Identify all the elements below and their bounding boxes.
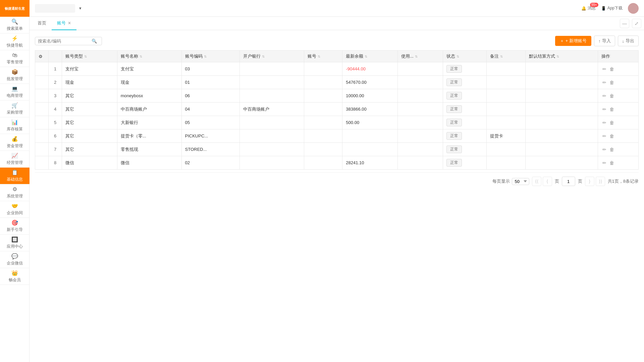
th-name[interactable]: 账号名称 ⇅ — [117, 51, 181, 62]
export-button[interactable]: ↓ 导出 — [618, 36, 639, 46]
tab-close-button[interactable]: ✕ — [68, 21, 71, 25]
row-action: ✏ 🗑 — [598, 89, 638, 103]
sidebar: 畅捷通财生意 🔍 搜索菜单 ⚡ 快捷导航 🛍 零售管理 📦 批发管理 💻 电商管… — [0, 0, 30, 362]
th-type[interactable]: 账号类型 ⇅ — [62, 51, 117, 62]
row-gear — [35, 103, 49, 116]
sidebar-item-enterprise[interactable]: 🤝 企业协同 — [0, 201, 30, 218]
app-download-button[interactable]: 📱 App下载 — [601, 5, 623, 11]
page-last-button[interactable]: ⟩⟩ — [596, 177, 605, 186]
th-balance[interactable]: 最新余额 ⇅ — [342, 51, 398, 62]
row-name: 提货卡（零... — [117, 129, 181, 143]
page-first-button[interactable]: ⟨⟨ — [532, 177, 541, 186]
th-remark[interactable]: 备注 ⇅ — [487, 51, 526, 62]
message-button[interactable]: 🔔 消息 99+ — [581, 5, 596, 11]
row-type: 支付宝 — [62, 62, 117, 76]
sidebar-item-operation[interactable]: 📈 经营管理 — [0, 151, 30, 168]
table-row: 3 其它 moneybosx 06 10000.00 正常 ✏ 🗑 — [35, 89, 639, 103]
delete-button[interactable]: 🗑 — [609, 160, 614, 166]
add-account-button[interactable]: ＋ + 新增账号 — [555, 36, 591, 46]
row-index: 6 — [49, 129, 62, 143]
sidebar-item-shortcut[interactable]: ⚡ 快捷导航 — [0, 34, 30, 50]
edit-button[interactable]: ✏ — [602, 160, 606, 166]
page-nav: ⟨⟨ ⟨ 页 页 ⟩ ⟩⟩ — [532, 177, 605, 186]
sidebar-item-purchase[interactable]: 🛒 采购管理 — [0, 101, 30, 117]
th-code[interactable]: 账号编码 ⇅ — [181, 51, 240, 62]
edit-button[interactable]: ✏ — [602, 133, 606, 139]
delete-button[interactable]: 🗑 — [609, 120, 614, 125]
th-account[interactable]: 账号 ⇅ — [304, 51, 342, 62]
delete-button[interactable]: 🗑 — [609, 107, 614, 112]
sidebar-item-basic[interactable]: 📋 基础信息 — [0, 168, 30, 184]
row-default — [526, 103, 598, 116]
tab-home[interactable]: 首页 — [32, 17, 52, 30]
sidebar-item-member[interactable]: 👑 畅会员 — [0, 268, 30, 285]
row-index: 3 — [49, 89, 62, 103]
search-icon[interactable]: 🔍 — [92, 39, 97, 44]
sort-icon: ⇅ — [415, 55, 418, 58]
top-search-input[interactable] — [35, 4, 75, 13]
row-remark — [487, 156, 526, 170]
row-type: 其它 — [62, 129, 117, 143]
sidebar-item-wechat[interactable]: 💬 企业微信 — [0, 251, 30, 268]
sidebar-item-label: 系统管理 — [7, 193, 23, 199]
tab-maximize-button[interactable]: ⤢ — [632, 19, 641, 28]
page-next-button[interactable]: ⟩ — [585, 177, 594, 186]
sidebar-item-wholesale[interactable]: 📦 批发管理 — [0, 67, 30, 84]
th-default[interactable]: 默认结算方式 ⇅ — [526, 51, 598, 62]
tab-minimize-button[interactable]: — — [620, 19, 629, 28]
header-left: ▾ — [35, 4, 82, 13]
delete-button[interactable]: 🗑 — [609, 80, 614, 85]
page-input[interactable] — [562, 177, 575, 186]
app-logo: 畅捷通财生意 — [0, 0, 30, 17]
tab-account[interactable]: 账号 ✕ — [52, 17, 76, 30]
table-row: 5 其它 大新银行 05 500.00 正常 ✏ 🗑 — [35, 116, 639, 129]
edit-button[interactable]: ✏ — [602, 66, 606, 72]
download-icon: 📱 — [601, 6, 606, 11]
delete-button[interactable]: 🗑 — [609, 133, 614, 139]
th-gear[interactable]: ⚙ — [35, 51, 49, 62]
edit-button[interactable]: ✏ — [602, 107, 606, 112]
edit-button[interactable]: ✏ — [602, 120, 606, 125]
bell-icon: 🔔 — [581, 6, 586, 11]
delete-button[interactable]: 🗑 — [609, 66, 614, 72]
sidebar-item-retail[interactable]: 🛍 零售管理 — [0, 50, 30, 67]
sidebar-item-appstore[interactable]: 🔲 应用中心 — [0, 235, 30, 251]
sidebar-item-label: 搜索菜单 — [7, 26, 23, 32]
edit-button[interactable]: ✏ — [602, 80, 606, 85]
row-balance: 547670.00 — [342, 76, 398, 89]
sidebar-item-guide[interactable]: 🎯 新手引导 — [0, 218, 30, 235]
sidebar-item-label: 批发管理 — [7, 76, 23, 82]
row-account — [304, 62, 342, 76]
per-page-select[interactable]: 50 20 100 — [512, 178, 529, 185]
sidebar-item-search[interactable]: 🔍 搜索菜单 — [0, 17, 30, 34]
dropdown-toggle[interactable]: ▾ — [79, 6, 82, 11]
edit-button[interactable]: ✏ — [602, 147, 606, 152]
search-input[interactable] — [38, 39, 92, 44]
th-usage[interactable]: 使用... ⇅ — [398, 51, 443, 62]
row-index: 4 — [49, 103, 62, 116]
row-usage — [398, 76, 443, 89]
row-remark — [487, 62, 526, 76]
user-avatar[interactable] — [628, 3, 639, 14]
sidebar-item-inventory[interactable]: 📊 库存核算 — [0, 117, 30, 134]
app-label: App下载 — [607, 5, 623, 11]
delete-button[interactable]: 🗑 — [609, 93, 614, 99]
row-remark — [487, 103, 526, 116]
delete-button[interactable]: 🗑 — [609, 147, 614, 152]
edit-button[interactable]: ✏ — [602, 93, 606, 99]
operation-icon: 📈 — [11, 153, 18, 159]
page-prev-button[interactable]: ⟨ — [543, 177, 552, 186]
import-button[interactable]: ↑ 导入 — [594, 36, 615, 46]
th-bank[interactable]: 开户银行 ⇅ — [240, 51, 304, 62]
table-row: 8 微信 微信 02 28241.10 正常 ✏ 🗑 — [35, 156, 639, 170]
row-name: 零售抵现 — [117, 143, 181, 156]
row-balance: -90444.00 — [342, 62, 398, 76]
sidebar-item-ecommerce[interactable]: 💻 电商管理 — [0, 84, 30, 101]
sidebar-item-finance[interactable]: 💰 资金管理 — [0, 134, 30, 151]
sidebar-item-system[interactable]: ⚙ 系统管理 — [0, 184, 30, 201]
top-header: ▾ 🔔 消息 99+ 📱 App下载 — [30, 0, 644, 17]
th-usage-label: 使用... — [401, 53, 414, 59]
row-bank — [240, 156, 304, 170]
th-status[interactable]: 状态 ⇅ — [443, 51, 487, 62]
row-action: ✏ 🗑 — [598, 76, 638, 89]
